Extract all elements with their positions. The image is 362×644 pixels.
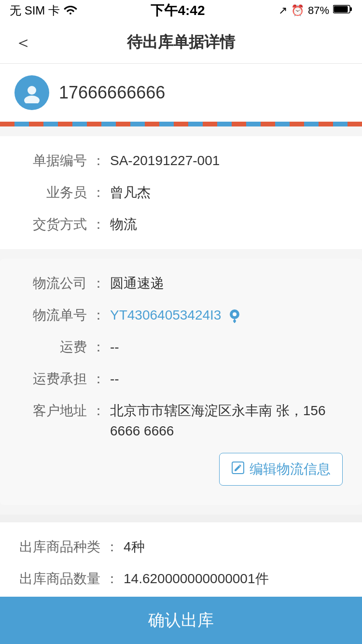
- freight-bearer-row: 运费承担 ： --: [19, 369, 343, 389]
- status-bar-time: 下午4:42: [151, 1, 205, 20]
- confirm-button[interactable]: 确认出库: [0, 597, 362, 644]
- nav-bar: ＜ 待出库单据详情: [0, 21, 362, 64]
- goods-types-row: 出库商品种类 ： 4种: [19, 537, 343, 557]
- edit-logistics-label: 编辑物流信息: [250, 460, 331, 478]
- wifi-icon: [64, 4, 77, 17]
- delivery-label: 交货方式: [19, 214, 87, 235]
- salesperson-label: 业务员: [19, 182, 87, 203]
- address-row: 客户地址 ： 北京市市辖区海淀区永丰南 张，156 6666 6666: [19, 401, 343, 441]
- back-button[interactable]: ＜: [14, 34, 32, 51]
- logistics-company-row: 物流公司 ： 圆通速递: [19, 273, 343, 294]
- confirm-button-label: 确认出库: [148, 609, 214, 631]
- address-label: 客户地址: [19, 401, 87, 421]
- svg-point-4: [24, 96, 40, 103]
- goods-types-label: 出库商品种类: [19, 537, 100, 557]
- carrier-label: 无 SIM 卡: [10, 3, 60, 18]
- customer-header: 17666666666: [0, 64, 362, 122]
- tracking-value: YT43064053424I3: [110, 305, 343, 325]
- delivery-row: 交货方式 ： 物流: [19, 214, 343, 235]
- svg-point-3: [28, 86, 36, 95]
- battery-label: 87%: [308, 4, 329, 17]
- order-info-section: 单据编号 ： SA-20191227-001 业务员 ： 曾凡杰 交货方式 ： …: [0, 136, 362, 249]
- svg-point-6: [233, 312, 237, 316]
- status-bar-right: ↗ ⏰ 87%: [278, 4, 352, 17]
- decoration-bar: [0, 122, 362, 126]
- customer-phone: 17666666666: [59, 83, 165, 103]
- status-bar-left: 无 SIM 卡: [10, 3, 77, 18]
- delivery-value: 物流: [110, 214, 343, 235]
- goods-quantity-label: 出库商品数量: [19, 569, 100, 589]
- doc-no-row: 单据编号 ： SA-20191227-001: [19, 151, 343, 171]
- location-icon[interactable]: [226, 307, 243, 324]
- goods-quantity-value: 14.620000000000001件: [124, 569, 343, 589]
- salesperson-value: 曾凡杰: [110, 182, 343, 203]
- battery-icon: [333, 4, 352, 17]
- doc-no-label: 单据编号: [19, 151, 87, 171]
- edit-icon: [231, 461, 245, 478]
- tracking-label: 物流单号: [19, 305, 87, 325]
- section-separator: [0, 515, 362, 522]
- logistics-section: 物流公司 ： 圆通速递 物流单号 ： YT43064053424I3 运: [0, 259, 362, 505]
- edit-logistics-button[interactable]: 编辑物流信息: [219, 453, 343, 486]
- logistics-company-value: 圆通速递: [110, 273, 343, 294]
- tracking-row: 物流单号 ： YT43064053424I3: [19, 305, 343, 325]
- logistics-company-label: 物流公司: [19, 273, 87, 294]
- goods-quantity-row: 出库商品数量 ： 14.620000000000001件: [19, 569, 343, 589]
- freight-bearer-label: 运费承担: [19, 369, 87, 389]
- svg-rect-1: [350, 7, 352, 11]
- svg-rect-2: [334, 6, 348, 13]
- address-value: 北京市市辖区海淀区永丰南 张，156 6666 6666: [110, 401, 343, 441]
- freight-value: --: [110, 337, 343, 357]
- avatar: [14, 75, 49, 110]
- edit-logistics-row: 编辑物流信息: [19, 453, 343, 490]
- status-bar: 无 SIM 卡 下午4:42 ↗ ⏰ 87%: [0, 0, 362, 21]
- alarm-icon: ⏰: [291, 4, 304, 17]
- location-icon: ↗: [278, 4, 287, 17]
- page-title: 待出库单据详情: [127, 32, 235, 53]
- freight-row: 运费 ： --: [19, 337, 343, 357]
- doc-no-value: SA-20191227-001: [110, 151, 343, 171]
- goods-types-value: 4种: [124, 537, 343, 557]
- freight-bearer-value: --: [110, 369, 343, 389]
- salesperson-row: 业务员 ： 曾凡杰: [19, 182, 343, 203]
- freight-label: 运费: [19, 337, 87, 357]
